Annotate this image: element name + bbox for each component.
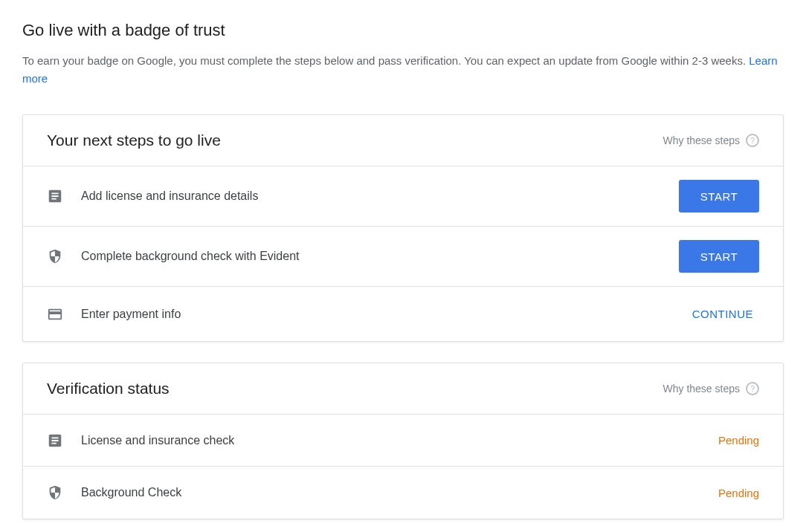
verification-card: Verification status Why these steps ? Li… bbox=[22, 363, 784, 519]
card-icon bbox=[47, 306, 63, 322]
help-icon: ? bbox=[746, 134, 759, 147]
step-label: Enter payment info bbox=[81, 308, 686, 321]
why-these-steps-link[interactable]: Why these steps ? bbox=[663, 134, 760, 147]
shield-icon bbox=[47, 248, 63, 265]
verification-title: Verification status bbox=[47, 380, 170, 398]
next-steps-card: Your next steps to go live Why these ste… bbox=[22, 114, 784, 342]
why-these-steps-label: Why these steps bbox=[663, 383, 741, 395]
step-row-payment: Enter payment info CONTINUE bbox=[23, 287, 783, 341]
document-icon bbox=[47, 432, 63, 449]
verification-row-license: License and insurance check Pending bbox=[23, 415, 783, 467]
step-row-background: Complete background check with Evident S… bbox=[23, 227, 783, 287]
why-these-steps-label: Why these steps bbox=[663, 134, 741, 146]
step-label: Add license and insurance details bbox=[81, 189, 679, 203]
continue-button[interactable]: CONTINUE bbox=[686, 300, 759, 328]
status-badge: Pending bbox=[718, 434, 759, 447]
step-row-license: Add license and insurance details START bbox=[23, 166, 783, 227]
shield-icon bbox=[47, 484, 63, 501]
page-description: To earn your badge on Google, you must c… bbox=[22, 52, 784, 88]
next-steps-title: Your next steps to go live bbox=[47, 132, 221, 149]
page-description-text: To earn your badge on Google, you must c… bbox=[22, 54, 749, 67]
why-these-steps-link[interactable]: Why these steps ? bbox=[663, 382, 760, 395]
step-label: Complete background check with Evident bbox=[81, 250, 679, 263]
document-icon bbox=[47, 188, 63, 204]
start-button[interactable]: START bbox=[679, 180, 759, 213]
status-badge: Pending bbox=[718, 487, 759, 499]
page-title: Go live with a badge of trust bbox=[22, 21, 784, 40]
verification-row-background: Background Check Pending bbox=[23, 467, 783, 519]
verification-header: Verification status Why these steps ? bbox=[23, 363, 783, 415]
help-icon: ? bbox=[746, 382, 759, 395]
start-button[interactable]: START bbox=[679, 240, 759, 273]
next-steps-header: Your next steps to go live Why these ste… bbox=[23, 115, 783, 166]
verification-label: Background Check bbox=[81, 486, 718, 499]
verification-label: License and insurance check bbox=[81, 434, 718, 447]
